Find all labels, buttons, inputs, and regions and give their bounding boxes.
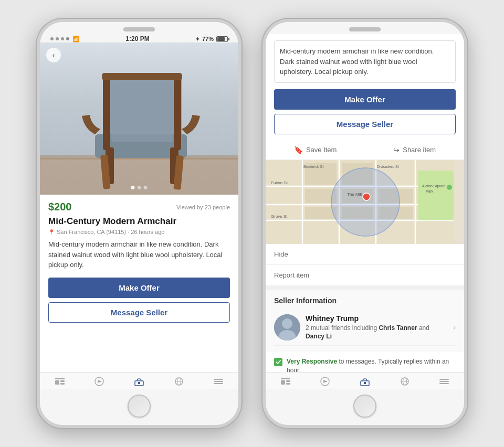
- speaker-2: [349, 27, 381, 31]
- mutual-join: and: [419, 324, 429, 332]
- product-content: $200 Viewed by 23 people Mid-Century Mod…: [40, 195, 238, 372]
- product-meta: 📍 San Francisco, CA (94115) · 26 hours a…: [48, 229, 230, 235]
- svg-rect-11: [111, 82, 173, 142]
- product-description-2: Mid-century modern armchair in like new …: [274, 40, 456, 83]
- location-icon: 📍: [48, 229, 55, 235]
- seller-section-title: Seller Information: [274, 296, 456, 305]
- signal-dot-1: [50, 37, 54, 40]
- hide-button[interactable]: Hide: [266, 244, 464, 265]
- phone-1: 📶 1:20 PM ✦ 77%: [37, 19, 242, 428]
- phone2-screen: Mid-century modern armchair in like new …: [266, 34, 464, 389]
- back-button[interactable]: ‹: [46, 48, 61, 62]
- tab-news-2[interactable]: [280, 377, 291, 386]
- save-item-btn[interactable]: 🔖 Save Item: [294, 146, 337, 154]
- svg-rect-12: [55, 378, 65, 379]
- responsive-icon: [274, 358, 282, 366]
- share-label: Share item: [403, 146, 436, 154]
- chair-background: ‹: [40, 42, 238, 195]
- tab-marketplace-1[interactable]: [133, 377, 145, 386]
- tab-bar-2: [266, 372, 464, 389]
- seller-mutual: 2 mutual friends including Chris Tanner …: [306, 324, 448, 342]
- phone-bottom-2: [266, 389, 464, 425]
- wifi-icon: 📶: [72, 36, 80, 42]
- product-price: $200: [48, 201, 72, 213]
- tab-news-1[interactable]: [54, 377, 66, 386]
- mutual-text: 2 mutual friends including: [306, 324, 377, 332]
- status-bar-1: 📶 1:20 PM ✦ 77%: [40, 34, 238, 42]
- share-item-btn[interactable]: ↪ Share item: [393, 146, 436, 154]
- mutual-friend2: Dancy Li: [306, 333, 332, 340]
- speaker-1: [123, 27, 155, 31]
- svg-marker-17: [98, 380, 102, 383]
- tab-bar-1: [40, 372, 238, 389]
- tab-globe-2[interactable]: [399, 377, 411, 386]
- phone-top-1: [40, 22, 238, 34]
- save-label: Save Item: [306, 146, 337, 154]
- status-left-1: 📶: [50, 36, 80, 42]
- responsive-text: Very Responsive to messages. Typically r…: [287, 357, 456, 372]
- map-container[interactable]: Fulton St Grove St Broderick St Divisade…: [266, 160, 464, 244]
- responsive-row: Very Responsive to messages. Typically r…: [266, 352, 464, 372]
- make-offer-button-1[interactable]: Make Offer: [48, 278, 230, 298]
- svg-text:Broderick St: Broderick St: [303, 165, 323, 168]
- svg-rect-58: [281, 380, 285, 385]
- status-right-1: ✦ 77%: [195, 36, 228, 42]
- signal-dot-4: [66, 37, 69, 40]
- tab-video-1[interactable]: [93, 377, 105, 386]
- battery-icon: [216, 36, 228, 42]
- product-image: ‹: [40, 42, 238, 195]
- svg-rect-15: [60, 383, 65, 385]
- phone1-screen: ‹ $200 Viewed by 23 people Mid-Century M…: [40, 42, 238, 389]
- dot-3: [144, 186, 148, 189]
- tab-menu-2[interactable]: [438, 377, 450, 386]
- viewed-count: Viewed by 23 people: [176, 204, 230, 210]
- svg-marker-62: [323, 380, 328, 383]
- svg-point-54: [282, 318, 292, 329]
- dot-1: [131, 186, 135, 189]
- svg-rect-14: [60, 380, 65, 382]
- tab-video-2[interactable]: [319, 377, 331, 386]
- product-description: Mid-century modern armchair in like new …: [48, 239, 230, 270]
- make-offer-button-2[interactable]: Make Offer: [274, 89, 456, 110]
- svg-rect-8: [103, 74, 110, 150]
- svg-text:Alamo Square: Alamo Square: [422, 184, 445, 188]
- svg-point-44: [363, 193, 370, 200]
- tab-marketplace-2[interactable]: [359, 377, 371, 386]
- product-title: Mid-Century Modern Armchair: [48, 216, 230, 227]
- seller-row[interactable]: Whitney Trump 2 mutual friends including…: [274, 310, 456, 346]
- seller-avatar: [274, 314, 300, 340]
- svg-rect-9: [174, 74, 181, 150]
- seller-name: Whitney Trump: [306, 314, 448, 323]
- svg-rect-59: [286, 380, 290, 382]
- phone-2: Mid-century modern armchair in like new …: [262, 19, 467, 428]
- description-section: Mid-century modern armchair in like new …: [266, 34, 464, 141]
- status-time: 1:20 PM: [125, 35, 149, 42]
- svg-text:Fulton St: Fulton St: [271, 180, 288, 185]
- svg-rect-10: [102, 73, 182, 80]
- svg-point-52: [447, 185, 452, 190]
- svg-text:The Mill: The Mill: [347, 192, 362, 197]
- phone-bottom-1: [40, 389, 238, 425]
- signal-dot-2: [56, 37, 59, 40]
- tab-menu-1[interactable]: [213, 377, 224, 386]
- home-button-1[interactable]: [128, 395, 151, 418]
- svg-text:Park: Park: [426, 189, 434, 193]
- section-divider: [266, 286, 464, 290]
- chevron-right-icon: ›: [453, 323, 456, 332]
- svg-rect-57: [281, 378, 290, 379]
- report-button[interactable]: Report item: [266, 265, 464, 286]
- home-button-2[interactable]: [353, 395, 376, 418]
- svg-rect-60: [286, 383, 290, 385]
- seller-info: Whitney Trump 2 mutual friends including…: [306, 314, 448, 342]
- mutual-friend1: Chris Tanner: [379, 324, 417, 332]
- message-seller-button-2[interactable]: Message Seller: [274, 114, 456, 134]
- svg-text:Grove St: Grove St: [271, 214, 288, 219]
- svg-point-43: [331, 168, 400, 236]
- tab-globe-1[interactable]: [173, 377, 185, 386]
- seller-section: Seller Information Whitney Trump 2: [266, 290, 464, 353]
- bookmark-icon: 🔖: [294, 146, 303, 154]
- phone2-content: Mid-century modern armchair in like new …: [266, 34, 464, 372]
- svg-rect-34: [418, 171, 454, 220]
- message-seller-button-1[interactable]: Message Seller: [48, 302, 230, 323]
- bluetooth-icon: ✦: [195, 36, 200, 42]
